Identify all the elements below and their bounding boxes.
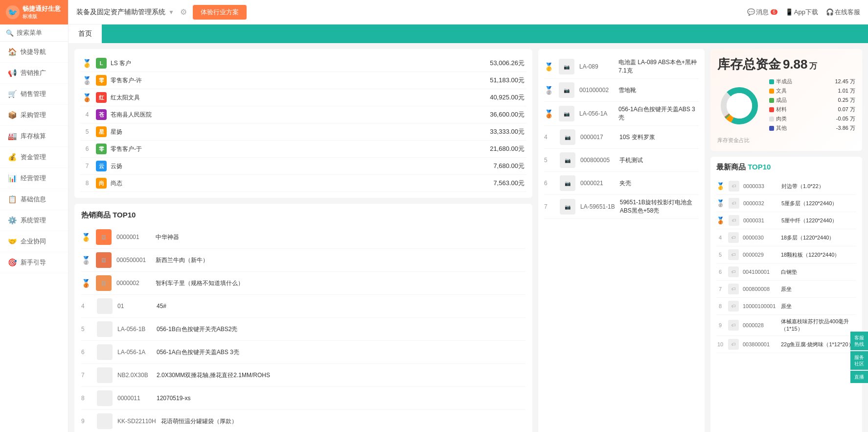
main-wrapper: 装备及固定资产辅助管理系统 ▼ ⚙ 体验行业方案 💬 消息 6 📱 App下载 … <box>69 0 868 432</box>
sidebar-item-label: 基础信息 <box>21 195 46 204</box>
legend-label: 半成品 <box>776 78 833 85</box>
newest-product-row: 4 🏷 0000030 18多层（1220*2440） <box>716 229 856 246</box>
online-service-label: 在线客服 <box>835 8 860 17</box>
customer-badge: 星 <box>96 126 107 137</box>
customer-badge: 零 <box>96 144 107 154</box>
search-menu[interactable]: 🔍 搜索菜单 <box>0 24 68 42</box>
legend-label: 材料 <box>776 106 836 113</box>
customer-row: 🥇 L LS 客户 53,006.26元 <box>80 55 526 72</box>
sidebar-item-system[interactable]: ⚙️ 系统管理 <box>0 210 68 231</box>
customer-row: 🥈 零 零售客户-许 51,183.00元 <box>80 72 526 89</box>
customer-name: 尚态 <box>111 179 489 188</box>
sidebar-item-enterprise[interactable]: 🤝 企业协同 <box>0 231 68 252</box>
legend-color-dot <box>769 107 774 112</box>
medal-icon: 🥇 <box>716 182 725 190</box>
product-name: 2.0X30MM双捶花轴,捶花直径2.1MM/ROHS <box>157 371 525 380</box>
operations-icon: 📊 <box>8 174 17 183</box>
app-name: 畅捷通好生意 <box>23 4 61 13</box>
sidebar-item-label: 销售管理 <box>21 90 46 98</box>
customers-list: 🥇 L LS 客户 53,006.26元 🥈 零 零售客户-许 51,183.0… <box>80 55 526 192</box>
product-name: 雪地靴 <box>618 86 699 95</box>
inventory-unit: 万 <box>809 62 817 70</box>
product-name: 056-1A白色按键开关盖ABS 3壳 <box>157 348 525 357</box>
sidebar-item-label: 企业协同 <box>21 237 46 246</box>
hot-products-section: 热销商品 TOP10 🥇 🖼 0000001 中华神器 🥈 🖼 00050000… <box>74 204 532 432</box>
float-service: 客服热线 服务社区 直播 <box>850 332 868 383</box>
rank-number: 4 <box>81 303 92 310</box>
product-name: 电池盖 LA-089 ABS本色+黑种 7.1克 <box>618 58 699 75</box>
product-name: 花语萌恒温分罐罐袋（厚款） <box>161 417 525 426</box>
medal-icon: 🥉 <box>82 93 92 102</box>
inventory-legend: 半成品 12.45 万 文具 1.01 万 成品 0.25 万 材料 0.07 … <box>769 78 855 134</box>
app-download-area[interactable]: 📱 App下载 <box>785 8 818 17</box>
sidebar-item-label: 快捷导航 <box>21 48 46 56</box>
legend-item: 肉类 -0.05 万 <box>769 115 855 122</box>
product-row: 9 KK-SD22110H 花语萌恒温分罐罐袋（厚款） <box>81 410 525 432</box>
customer-amount: 53,006.26元 <box>490 59 525 68</box>
app-version: 标准版 <box>23 13 61 20</box>
customer-amount: 33,333.00元 <box>490 127 525 136</box>
newest-product-row: 6 🏷 004100001 白钢垫 <box>716 264 856 281</box>
product-row: 7 NB2.0X30B 2.0X30MM双捶花轴,捶花直径2.1MM/ROHS <box>81 364 525 387</box>
tab-home[interactable]: 首页 <box>69 24 102 43</box>
product-code: 0000028 <box>743 322 777 328</box>
donut-chart <box>717 84 761 128</box>
medal-icon: 🥇 <box>81 233 91 242</box>
gear-icon[interactable]: ⚙ <box>180 7 187 17</box>
medal-icon: 🥇 <box>82 59 92 68</box>
sidebar-item-operations[interactable]: 📊 经营管理 <box>0 168 68 189</box>
sidebar-item-inventory[interactable]: 🏭 库存核算 <box>0 126 68 147</box>
product-icon: 🏷 <box>728 301 739 312</box>
sidebar-item-label: 采购管理 <box>21 111 46 120</box>
product-name: 新西兰牛肉（新牛） <box>156 256 525 264</box>
app-logo: 🐦 畅捷通好生意 标准版 <box>0 0 68 24</box>
rank-number: 8 <box>716 303 724 309</box>
rank-number: 7 <box>82 163 92 169</box>
search-icon: 🔍 <box>6 29 14 37</box>
new-sales-list: 🥇 📷 LA-089 电池盖 LA-089 ABS本色+黑种 7.1克 🥈 📷 … <box>544 55 699 219</box>
trial-button[interactable]: 体验行业方案 <box>193 5 247 20</box>
rank-number: 4 <box>82 111 92 118</box>
product-code: 0000002 <box>116 280 151 287</box>
sidebar-item-guide[interactable]: 🎯 新手引导 <box>0 252 68 273</box>
sidebar-item-finance[interactable]: 💰 资金管理 <box>0 147 68 168</box>
header: 装备及固定资产辅助管理系统 ▼ ⚙ 体验行业方案 💬 消息 6 📱 App下载 … <box>69 0 868 24</box>
enterprise-icon: 🤝 <box>8 237 17 246</box>
rank-number: 9 <box>716 322 724 328</box>
product-code: 0000021 <box>580 180 615 187</box>
newest-product-row: 8 🏷 10000100001 原坐 <box>716 298 856 315</box>
new-sales-card: 🥇 📷 LA-089 电池盖 LA-089 ABS本色+黑种 7.1克 🥈 📷 … <box>538 49 705 432</box>
inventory-icon: 🏭 <box>8 132 17 141</box>
product-row: 🥈 🖼 000500001 新西兰牛肉（新牛） <box>81 249 525 272</box>
product-thumbnail <box>97 298 113 314</box>
sidebar-item-quick-nav[interactable]: 🏠 快捷导航 <box>0 42 68 63</box>
product-name: 原坐 <box>781 286 856 293</box>
sidebar-item-marketing[interactable]: 📢 营销推广 <box>0 63 68 84</box>
newest-product-row: 5 🏷 0000029 18颗粒板（1220*2440） <box>716 246 856 264</box>
basic-info-icon: 📋 <box>8 195 17 204</box>
sidebar-item-sales[interactable]: 🛒 销售管理 <box>0 84 68 105</box>
message-area[interactable]: 💬 消息 6 <box>747 8 777 17</box>
message-label: 消息 <box>756 8 769 17</box>
sidebar-item-basic-info[interactable]: 📋 基础信息 <box>0 189 68 210</box>
legend-label: 成品 <box>776 96 836 104</box>
sidebar: 🐦 畅捷通好生意 标准版 🔍 搜索菜单 🏠 快捷导航 📢 营销推广 🛒 销售管理… <box>0 0 69 432</box>
float-btn-community[interactable]: 服务社区 <box>850 351 868 370</box>
product-name: 5厘多层（1220*2440） <box>781 200 856 207</box>
product-thumbnail: 📷 <box>560 152 575 168</box>
sidebar-item-purchase[interactable]: 📦 采购管理 <box>0 105 68 126</box>
customer-row: 7 云 云扬 7,680.00元 <box>80 158 526 175</box>
product-code: 0000001 <box>116 234 151 240</box>
inventory-amount: 9.88 <box>783 57 808 72</box>
product-name: 18颗粒板（1220*2440） <box>781 251 856 259</box>
float-btn-hotline[interactable]: 客服热线 <box>850 332 868 350</box>
legend-label: 肉类 <box>776 115 834 122</box>
float-btn-live[interactable]: 直播 <box>850 371 868 383</box>
online-service-area[interactable]: 🎧 在线客服 <box>826 8 860 17</box>
newest-products-list: 🥇 🏷 0000033 封边带（1.0*22） 🥈 🏷 0000032 5厘多层… <box>716 178 856 353</box>
finance-icon: 💰 <box>8 153 17 162</box>
new-sales-row: 6 📷 0000021 夹壳 <box>544 172 699 195</box>
product-row: 8 0000011 12070519-xs <box>81 387 525 410</box>
product-code: 000800008 <box>743 286 777 292</box>
product-name: 056-1B白色按键开关壳ABS2壳 <box>157 325 525 334</box>
